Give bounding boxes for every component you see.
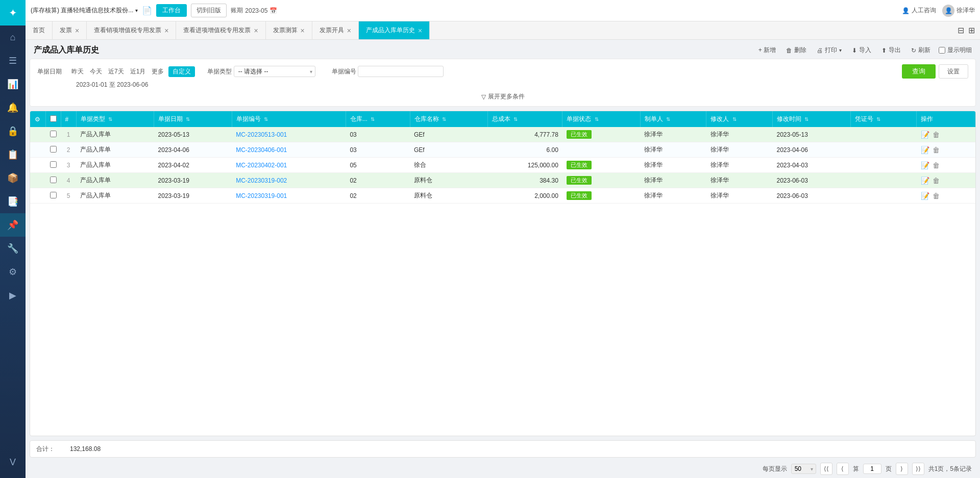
number-filter-input[interactable] [358,66,444,77]
type-select[interactable]: -- 请选择 -- 产品入库单 [234,66,315,77]
delete-button[interactable]: 🗑 删除 [784,45,808,56]
tab-check-output-close[interactable]: × [164,27,168,35]
tab-check-input[interactable]: 查看进项增值税专用发票 × [176,21,265,39]
select-all-checkbox[interactable] [50,115,57,122]
doc-number-link[interactable]: MC-20230319-002 [236,177,287,184]
th-warehouse-code[interactable]: 仓库... ⇅ [346,111,410,127]
doc-number-link[interactable]: MC-20230513-001 [236,131,287,138]
th-type[interactable]: 单据类型 ⇅ [76,111,154,127]
delete-icon[interactable]: 🗑 [933,131,940,139]
row-checkbox[interactable] [45,127,61,142]
row-number[interactable]: MC-20230319-002 [232,173,346,188]
page-number-input[interactable] [863,464,881,474]
row-settings[interactable] [30,158,45,173]
sidebar-item-menu[interactable]: ☰ [0,49,26,72]
print-button[interactable]: 🖨 打印 ▾ [815,45,844,56]
doc-number-link[interactable]: MC-20230406-001 [236,146,287,154]
import-button[interactable]: ⬇ 导入 [850,45,873,56]
edit-icon[interactable]: 📝 [921,161,929,169]
support-btn[interactable]: 👤 人工咨询 [902,6,936,15]
export-button[interactable]: ⬆ 导出 [879,45,903,56]
query-button[interactable]: 查询 [902,64,936,79]
row-number[interactable]: MC-20230406-001 [232,142,346,158]
show-detail-checkbox[interactable] [939,47,945,54]
edit-icon[interactable]: 📝 [921,146,929,154]
next-page-btn[interactable]: ⟩ [896,463,908,475]
row-checkbox[interactable] [45,142,61,158]
sidebar-item-home[interactable]: ⌂ [0,26,26,49]
edit-icon[interactable]: 📝 [921,177,929,185]
th-status[interactable]: 单据状态 ⇅ [562,111,641,127]
date-btn-yesterday[interactable]: 昨天 [70,67,85,77]
th-date[interactable]: 单据日期 ⇅ [154,111,232,127]
row-number[interactable]: MC-20230402-001 [232,158,346,173]
delete-icon[interactable]: 🗑 [933,146,940,154]
tab-issue-close[interactable]: × [347,27,351,35]
th-creator[interactable]: 制单人 ⇅ [640,111,706,127]
date-btn-today[interactable]: 今天 [88,67,104,77]
row-checkbox[interactable] [45,173,61,188]
row-settings[interactable] [30,173,45,188]
row-select-checkbox[interactable] [50,192,57,198]
row-checkbox[interactable] [45,158,61,173]
tab-product-history-close[interactable]: × [418,27,422,35]
th-warehouse-name[interactable]: 仓库名称 ⇅ [410,111,488,127]
delete-icon[interactable]: 🗑 [933,192,940,200]
row-number[interactable]: MC-20230513-001 [232,127,346,142]
tab-product-history[interactable]: 产成品入库单历史 × [359,21,430,39]
prev-page-btn[interactable]: ⟨ [837,463,849,475]
tab-minimize-icon[interactable]: ⊟ [958,26,964,35]
sidebar-item-tools[interactable]: 🔧 [0,237,26,260]
tab-invoice[interactable]: 发票 × [53,21,87,39]
edit-icon[interactable]: 📝 [921,131,929,139]
sidebar-item-settings[interactable]: ⚙ [0,260,26,284]
sidebar-item-notify[interactable]: 🔔 [0,96,26,119]
doc-number-link[interactable]: MC-20230319-001 [236,192,287,199]
th-settings[interactable]: ⚙ [30,111,45,127]
date-btn-7days[interactable]: 近7天 [107,67,126,77]
row-checkbox[interactable] [45,188,61,204]
row-select-checkbox[interactable] [50,146,57,153]
sidebar-item-play[interactable]: ▶ [0,284,26,307]
company-selector[interactable]: (库存核算) 直播轻纯通信息技术股份... ▾ [31,6,138,15]
date-btn-more[interactable]: 更多 [150,67,165,77]
row-settings[interactable] [30,142,45,158]
row-settings[interactable] [30,188,45,204]
th-number[interactable]: 单据编号 ⇅ [232,111,346,127]
workbench-button[interactable]: 工作台 [156,4,187,17]
page-size-select[interactable]: 20 50 100 [791,464,816,474]
first-page-btn[interactable]: ⟨⟨ [820,463,832,475]
row-settings[interactable] [30,127,45,142]
row-select-checkbox[interactable] [50,177,57,183]
date-btn-custom[interactable]: 自定义 [168,66,195,77]
doc-number-link[interactable]: MC-20230402-001 [236,162,287,169]
new-button[interactable]: + 新增 [756,45,778,56]
row-select-checkbox[interactable] [50,161,57,168]
last-page-btn[interactable]: ⟩⟩ [912,463,924,475]
refresh-button[interactable]: ↻ 刷新 [909,45,933,56]
th-voucher[interactable]: 凭证号 ⇅ [850,111,917,127]
edit-icon[interactable]: 📝 [921,192,929,200]
sidebar-item-pin[interactable]: 📌 [0,213,26,237]
sidebar-item-voucher[interactable]: 📑 [0,190,26,213]
old-version-button[interactable]: 切到旧版 [191,4,227,17]
date-btn-1month[interactable]: 近1月 [129,67,148,77]
sidebar-item-inventory[interactable]: 📦 [0,166,26,190]
tab-check-output[interactable]: 查看销项增值税专用发票 × [87,21,176,39]
tab-invoice-close[interactable]: × [75,27,79,35]
tab-issue[interactable]: 发票开具 × [312,21,359,39]
th-modify-time[interactable]: 修改时间 ⇅ [772,111,850,127]
th-total-cost[interactable]: 总成本 ⇅ [488,111,562,127]
tab-check-input-close[interactable]: × [254,27,258,35]
sidebar-item-report[interactable]: 📊 [0,72,26,96]
delete-icon[interactable]: 🗑 [933,177,940,185]
delete-icon[interactable]: 🗑 [933,161,940,169]
sidebar-item-security[interactable]: 🔒 [0,119,26,143]
tab-calc[interactable]: 发票测算 × [266,21,312,39]
row-number[interactable]: MC-20230319-001 [232,188,346,204]
th-checkbox[interactable] [45,111,61,127]
tab-home[interactable]: 首页 [26,21,53,39]
tab-calc-close[interactable]: × [301,27,305,35]
th-modifier[interactable]: 修改人 ⇅ [706,111,773,127]
sidebar-item-v[interactable]: V [0,450,26,474]
